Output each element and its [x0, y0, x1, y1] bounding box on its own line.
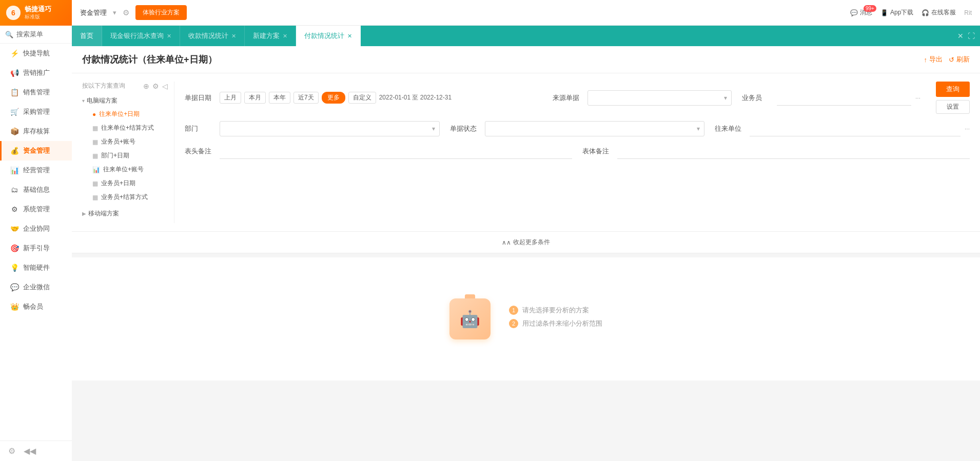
- staff-more-icon[interactable]: ···: [915, 94, 920, 102]
- corp-icon: 🤝: [10, 224, 19, 233]
- sidebar-item-system[interactable]: ⚙ 系统管理: [0, 199, 72, 219]
- trial-button[interactable]: 体验行业方案: [135, 5, 187, 20]
- refresh-button[interactable]: ↺ 刷新: [949, 55, 970, 64]
- sidebar-item-purchase[interactable]: 🛒 采购管理: [0, 102, 72, 122]
- sidebar-item-capital[interactable]: 💰 资金管理: [0, 141, 72, 161]
- message-icon: 💬: [850, 9, 858, 16]
- date-btn-this-year[interactable]: 本年: [269, 92, 290, 104]
- sidebar-item-wechat[interactable]: 💬 企业微信: [0, 277, 72, 297]
- inventory-icon: 📦: [10, 127, 19, 136]
- tab-close-bank[interactable]: ✕: [167, 33, 171, 39]
- scheme-sidebar-header: 按以下方案查询 ⊕ ⚙ ◁: [82, 82, 168, 90]
- tabbar: 首页 现金银行流水查询 ✕ 收款情况统计 ✕ 新建方案 ✕ 付款情况统计 ✕ ✕…: [72, 26, 980, 46]
- tab-home[interactable]: 首页: [72, 26, 102, 46]
- sidebar-item-guide[interactable]: 🎯 新手引导: [0, 238, 72, 258]
- filter-scheme-sidebar: 按以下方案查询 ⊕ ⚙ ◁ ▾ 电脑端方案 ● 往: [82, 82, 174, 223]
- sidebar-item-hardware[interactable]: 💡 智能硬件: [0, 258, 72, 277]
- online-service[interactable]: 🎧 在线客服: [922, 8, 956, 17]
- topbar-settings-icon[interactable]: ⚙: [123, 8, 129, 17]
- empty-step-1: 1: [509, 306, 518, 315]
- sidebar-footer: ⚙ ◀◀: [0, 440, 72, 461]
- pc-scheme-list: ● 往来单位+日期 ▦ 往来单位+结算方式 ▦ 业务员+账号 ▦: [88, 107, 168, 204]
- tab-new-scheme[interactable]: 新建方案 ✕: [245, 26, 296, 46]
- search-icon: 🔍: [5, 31, 13, 38]
- collapse-scheme-icon[interactable]: ◁: [162, 82, 168, 90]
- query-button[interactable]: 查询: [936, 82, 970, 97]
- sidebar-item-quick-nav[interactable]: ⚡ 快捷导航: [0, 44, 72, 63]
- mobile-group-arrow-icon: ▶: [82, 211, 86, 216]
- operation-icon: 📊: [10, 166, 19, 175]
- date-btn-last-month[interactable]: 上月: [220, 92, 241, 104]
- app-download[interactable]: 📱 App下载: [880, 8, 913, 17]
- tab-close-payment[interactable]: ✕: [347, 33, 352, 39]
- date-btn-this-month[interactable]: 本月: [244, 92, 266, 104]
- scheme-item-unit-date[interactable]: ● 往来单位+日期: [88, 107, 168, 121]
- filter-field-body-note: 表体备注: [582, 144, 970, 159]
- source-select-arrow-icon: ▾: [724, 94, 727, 102]
- scheme-item-staff-settle[interactable]: ▦ 业务员+结算方式: [88, 190, 168, 204]
- scheme-grid-icon3: ▦: [92, 152, 98, 159]
- settings-scheme-icon[interactable]: ⚙: [152, 82, 159, 90]
- refresh-icon: ↺: [949, 56, 954, 64]
- empty-step-2: 2: [509, 319, 518, 328]
- scheme-item-unit-settle[interactable]: ▦ 往来单位+结算方式: [88, 121, 168, 135]
- body-note-input[interactable]: [617, 144, 970, 159]
- partner-input[interactable]: [750, 121, 961, 136]
- doc-status-arrow-icon: ▾: [697, 125, 700, 132]
- scheme-item-staff-account[interactable]: ▦ 业务员+账号: [88, 135, 168, 149]
- sidebar-item-marketing[interactable]: 📢 营销推广: [0, 63, 72, 83]
- filter-field-staff: 业务员 ···: [742, 90, 921, 106]
- date-btn-more[interactable]: 更多: [322, 92, 345, 104]
- scheme-grid-icon4: ▦: [92, 180, 98, 187]
- user-avatar[interactable]: Rit: [964, 9, 972, 16]
- date-btn-custom[interactable]: 自定义: [348, 92, 376, 104]
- tab-close-new-scheme[interactable]: ✕: [283, 33, 287, 39]
- logo-text: 畅捷通巧 标准版: [25, 5, 51, 21]
- sidebar-nav: ⚡ 快捷导航 📢 营销推广 📋 销售管理 🛒 采购管理 📦 库存核算 💰 资金管…: [0, 44, 72, 440]
- sidebar: 6 畅捷通巧 标准版 🔍 搜索菜单 ⚡ 快捷导航 📢 营销推广 📋 销售管理 🛒…: [0, 0, 72, 461]
- headset-icon: 🎧: [922, 9, 929, 16]
- topbar: 资金管理 ▾ ⚙ 体验行业方案 💬 消息 99+ 📱 App下载 🎧 在线客服 …: [72, 0, 980, 26]
- date-btn-7days[interactable]: 近7天: [293, 92, 319, 104]
- settings-button[interactable]: 设置: [936, 100, 970, 114]
- close-all-tabs-icon[interactable]: ✕: [957, 32, 964, 40]
- export-icon: ↑: [924, 56, 928, 64]
- staff-input[interactable]: [777, 90, 911, 106]
- source-select[interactable]: ▾: [587, 90, 732, 106]
- doc-status-label: 单据状态: [450, 124, 481, 133]
- empty-line-2: 2 用过滤条件来缩小分析范围: [509, 319, 602, 328]
- add-scheme-icon[interactable]: ⊕: [143, 82, 149, 90]
- mobile-scheme-group-header[interactable]: ▶ 移动端方案: [82, 207, 168, 220]
- sidebar-item-corp[interactable]: 🤝 企业协同: [0, 219, 72, 238]
- form-action-buttons: 查询 设置: [936, 82, 970, 114]
- tab-payment[interactable]: 付款情况统计 ✕: [296, 26, 361, 46]
- header-note-input[interactable]: [220, 144, 572, 159]
- scheme-item-unit-account[interactable]: 📊 往来单位+账号: [88, 163, 168, 176]
- tab-close-receive[interactable]: ✕: [231, 33, 236, 39]
- scheme-sidebar-actions: ⊕ ⚙ ◁: [143, 82, 168, 90]
- sidebar-item-member[interactable]: 👑 畅会员: [0, 297, 72, 316]
- search-menu[interactable]: 🔍 搜索菜单: [0, 26, 72, 44]
- partner-more-icon[interactable]: ···: [965, 125, 970, 132]
- expand-tabbar-icon[interactable]: ⛶: [968, 32, 975, 40]
- sidebar-item-inventory[interactable]: 📦 库存核算: [0, 122, 72, 141]
- scheme-item-staff-date[interactable]: ▦ 业务员+日期: [88, 176, 168, 190]
- pc-scheme-group-header[interactable]: ▾ 电脑端方案: [82, 94, 168, 107]
- capital-icon: 💰: [10, 146, 19, 155]
- scheme-item-dept-date[interactable]: ▦ 部门+日期: [88, 149, 168, 163]
- sidebar-item-operation[interactable]: 📊 经营管理: [0, 161, 72, 180]
- breadcrumb-dropdown-icon[interactable]: ▾: [113, 9, 116, 16]
- collapse-conditions-button[interactable]: ∧∧ 收起更多条件: [496, 236, 556, 249]
- sidebar-item-sales[interactable]: 📋 销售管理: [0, 83, 72, 102]
- tab-bank[interactable]: 现金银行流水查询 ✕: [102, 26, 180, 46]
- filter-field-date: 单据日期 上月 本月 本年 近7天 更多 自定义 2022-01-01 至 20…: [185, 92, 542, 104]
- export-button[interactable]: ↑ 导出: [924, 55, 943, 64]
- doc-status-select[interactable]: ▾: [485, 121, 705, 136]
- basic-icon: 🗂: [10, 185, 19, 194]
- collapse-sidebar-icon[interactable]: ◀◀: [24, 446, 36, 456]
- message-badge[interactable]: 💬 消息 99+: [850, 8, 872, 17]
- sidebar-item-basic[interactable]: 🗂 基础信息: [0, 180, 72, 199]
- settings-icon[interactable]: ⚙: [8, 446, 15, 456]
- dept-select[interactable]: ▾: [220, 121, 440, 136]
- tab-receive[interactable]: 收款情况统计 ✕: [180, 26, 245, 46]
